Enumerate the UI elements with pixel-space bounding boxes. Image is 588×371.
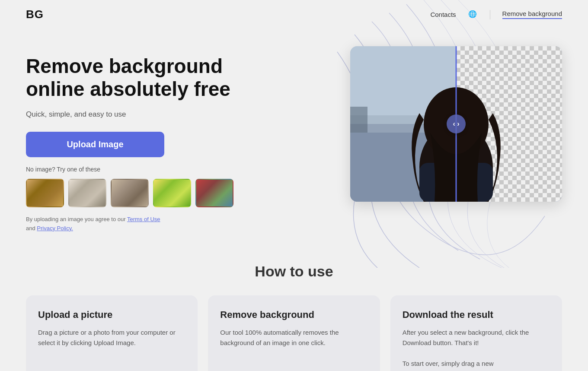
step-card-upload: Upload a picture Drag a picture or a pho… [26, 295, 198, 371]
terms-text: By uploading an image you agree to our T… [26, 215, 233, 233]
steps-grid: Upload a picture Drag a picture or a pho… [26, 295, 562, 371]
svg-rect-3 [350, 107, 368, 133]
how-to-use-title: How to use [26, 263, 562, 280]
hero-subtitle: Quick, simple, and easy to use [26, 110, 233, 119]
remove-background-nav-link[interactable]: Remove background [502, 10, 562, 19]
image-compare-widget[interactable]: ‹ › [350, 46, 562, 202]
step-card-remove: Remove background Our tool 100% automati… [208, 295, 380, 371]
step-desc-download: After you select a new background, click… [403, 327, 550, 369]
how-to-use-section: How to use Upload a picture Drag a pictu… [0, 259, 588, 371]
logo[interactable]: BG [26, 8, 44, 21]
processed-image [456, 46, 562, 202]
sample-thumb-house[interactable] [195, 179, 233, 207]
compare-handle[interactable]: ‹ › [447, 114, 466, 133]
step-card-download: Download the result After you select a n… [390, 295, 562, 371]
sample-thumb-bird[interactable] [153, 179, 191, 207]
contacts-link[interactable]: Contacts [430, 11, 456, 18]
privacy-policy-link[interactable]: Privacy Policy. [37, 225, 73, 231]
step-title-upload: Upload a picture [38, 309, 185, 320]
nav-divider [490, 10, 490, 19]
hero-section: Remove background online absolutely free… [0, 29, 588, 259]
sample-thumb-dog[interactable] [26, 179, 64, 207]
sample-thumb-cat1[interactable] [68, 179, 106, 207]
hero-left-content: Remove background online absolutely free… [26, 46, 233, 233]
sample-thumb-cat2[interactable] [111, 179, 149, 207]
hero-right-content: ‹ › [251, 46, 562, 202]
terms-prefix: By uploading an image you agree to our [26, 216, 127, 222]
step-desc-remove: Our tool 100% automatically removes the … [220, 327, 368, 348]
no-image-text: No image? Try one of these [26, 166, 233, 173]
step-title-download: Download the result [403, 309, 550, 320]
upload-image-button[interactable]: Upload Image [26, 132, 164, 157]
step-title-remove: Remove background [220, 309, 368, 320]
step-desc-upload: Drag a picture or a photo from your comp… [38, 327, 185, 348]
navigation: Contacts 🌐 Remove background [430, 10, 562, 19]
and-text: and [26, 225, 35, 231]
hero-title: Remove background online absolutely free [26, 55, 233, 101]
globe-icon[interactable]: 🌐 [468, 10, 478, 19]
terms-of-use-link[interactable]: Terms of Use [127, 216, 160, 222]
header: BG Contacts 🌐 Remove background [0, 0, 588, 29]
sample-images-row [26, 179, 233, 207]
